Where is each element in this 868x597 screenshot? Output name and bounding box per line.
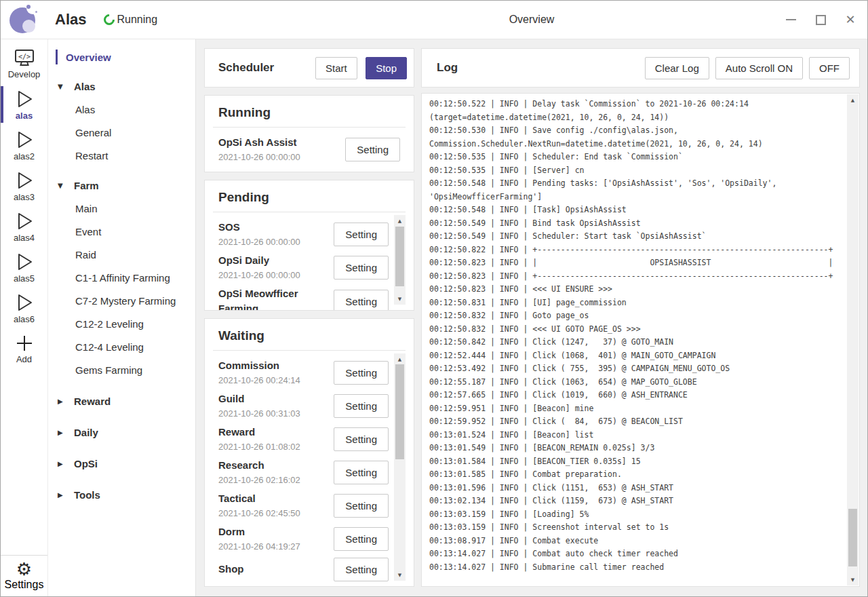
- task-name: OpSi Daily: [218, 253, 300, 268]
- nav-group-tools[interactable]: ▶ Tools: [48, 483, 195, 506]
- auto-scroll-on-button[interactable]: Auto Scroll ON: [715, 57, 803, 79]
- task-row: Tactical 2021-10-26 02:45:50 Setting: [218, 486, 389, 520]
- log-line: (target=datetime.datetime(2021, 10, 26, …: [429, 111, 846, 125]
- setting-button[interactable]: Setting: [334, 256, 389, 280]
- log-scrollbar[interactable]: ▲ ▼: [847, 94, 859, 585]
- instance-strip: </> Develop alas alas2: [1, 39, 48, 596]
- nav-group-alas[interactable]: ▼ Alas: [48, 75, 195, 98]
- window-title: Overview: [196, 1, 867, 39]
- instance-list: alas2 alas3 alas4 alas5: [1, 125, 48, 328]
- log-line: 00:13:01.585 | INFO | Combat preparation…: [429, 468, 846, 482]
- nav-item-alas[interactable]: Alas: [48, 98, 195, 121]
- log-line: 00:12:50.831 | INFO | [UI] page_commissi…: [429, 296, 846, 310]
- add-instance-button[interactable]: Add: [1, 328, 48, 369]
- waiting-scrollbar[interactable]: ▲ ▼: [394, 353, 406, 581]
- close-button[interactable]: ✕: [844, 14, 856, 26]
- scrollbar-thumb[interactable]: [848, 509, 857, 566]
- sidebar-item-settings[interactable]: ⚙ Settings: [1, 555, 47, 596]
- minimize-button[interactable]: [785, 14, 797, 26]
- log-line: 00:13:01.596 | INFO | Click (1151, 653) …: [429, 482, 846, 495]
- sidebar-item-instance[interactable]: alas4: [1, 206, 48, 247]
- task-next-run-time: 2021-10-26 04:19:27: [218, 540, 300, 553]
- sidebar-item-develop[interactable]: </> Develop: [1, 43, 48, 84]
- setting-button[interactable]: Setting: [334, 494, 389, 518]
- window-controls: ✕: [785, 1, 856, 39]
- log-line: 00:13:03.159 | INFO | Screenshot interva…: [429, 521, 846, 535]
- sidebar-item-instance[interactable]: alas5: [1, 247, 48, 288]
- task-row: SOS 2021-10-26 00:00:00 Setting: [218, 215, 389, 248]
- nav-group-daily[interactable]: ▶ Daily: [48, 421, 195, 444]
- maximize-button[interactable]: [814, 14, 827, 26]
- sidebar-item-instance[interactable]: alas6: [1, 288, 48, 328]
- log-line: 00:13:14.027 | INFO | Submarine call tim…: [429, 561, 846, 575]
- nav-item-general[interactable]: General: [48, 121, 195, 144]
- setting-button[interactable]: Setting: [345, 138, 400, 161]
- running-title: Running: [213, 104, 406, 128]
- nav-item-c7-2-mystery-farming[interactable]: C7-2 Mystery Farming: [48, 289, 195, 312]
- log-line: 00:13:01.584 | INFO | [BEACON_TIER 0.035…: [429, 455, 846, 469]
- setting-button[interactable]: Setting: [334, 558, 389, 581]
- waiting-title: Waiting: [213, 327, 406, 351]
- titlebar: Alas Running Overview ✕: [1, 1, 867, 39]
- log-line: 00:12:50.823 | INFO | <<< UI ENSURE >>>: [429, 283, 846, 296]
- log-panel: 00:12:50.522 | INFO | Delay task `Commis…: [421, 93, 860, 587]
- setting-button[interactable]: Setting: [334, 461, 389, 484]
- task-next-run-time: 2021-10-26 00:00:00: [218, 269, 300, 282]
- minimize-icon: [786, 19, 796, 20]
- nav-item-raid[interactable]: Raid: [48, 243, 195, 266]
- scrollbar-thumb[interactable]: [395, 364, 404, 459]
- nav-item-event[interactable]: Event: [48, 220, 195, 243]
- nav-item-restart[interactable]: Restart: [48, 144, 195, 167]
- nav-item-main[interactable]: Main: [48, 197, 195, 220]
- sidebar-item-alas[interactable]: alas: [1, 84, 48, 125]
- log-line: 00:13:03.159 | INFO | [Loading] 5%: [429, 508, 846, 522]
- scrollbar-down-icon[interactable]: ▼: [394, 294, 406, 304]
- nav-item-overview[interactable]: Overview: [48, 46, 195, 68]
- scrollbar-up-icon[interactable]: ▲: [394, 354, 406, 364]
- nav-group-farm[interactable]: ▼ Farm: [48, 174, 195, 197]
- maximize-icon: [816, 15, 826, 25]
- scheduler-title: Scheduler: [218, 61, 274, 75]
- task-next-run-time: 2021-10-26 02:16:02: [218, 474, 300, 486]
- setting-button[interactable]: Setting: [334, 223, 389, 246]
- play-icon: [13, 251, 36, 273]
- sidebar-item-label: alas: [16, 111, 33, 121]
- pending-title: Pending: [213, 189, 406, 212]
- nav-group-label: Farm: [74, 180, 99, 191]
- task-row: Dorm 2021-10-26 04:19:27 Setting: [218, 520, 389, 553]
- auto-scroll-off-button[interactable]: OFF: [809, 57, 850, 79]
- nav-item-c1-1-affinity-farming[interactable]: C1-1 Affinity Farming: [48, 266, 195, 289]
- setting-button[interactable]: Setting: [334, 527, 389, 551]
- scrollbar-down-icon[interactable]: ▼: [394, 570, 406, 580]
- clear-log-button[interactable]: Clear Log: [645, 57, 709, 79]
- nav-group-opsi[interactable]: ▶ OpSi: [48, 452, 195, 475]
- setting-button[interactable]: Setting: [334, 394, 389, 418]
- task-row: Commission 2021-10-26 00:24:14 Setting: [218, 353, 389, 387]
- start-button[interactable]: Start: [315, 57, 357, 79]
- play-icon: [13, 129, 36, 151]
- scrollbar-up-icon[interactable]: ▲: [847, 95, 859, 105]
- setting-button[interactable]: Setting: [334, 290, 389, 310]
- setting-button[interactable]: Setting: [334, 361, 389, 385]
- sidebar-item-instance[interactable]: alas3: [1, 166, 48, 206]
- log-line: 00:12:50.548 | INFO | Pending tasks: ['O…: [429, 177, 846, 191]
- nav-group-reward[interactable]: ▶ Reward: [48, 389, 195, 412]
- nav-item-c12-4-leveling[interactable]: C12-4 Leveling: [48, 335, 195, 358]
- pending-scrollbar[interactable]: ▲ ▼: [394, 215, 406, 305]
- log-line: 00:13:01.549 | INFO | [BEACON_REMAIN 0.0…: [429, 442, 846, 455]
- sidebar-item-label: alas2: [14, 151, 35, 161]
- sidebar-item-instance[interactable]: alas2: [1, 125, 48, 166]
- scrollbar-up-icon[interactable]: ▲: [394, 216, 406, 226]
- scrollbar-thumb[interactable]: [395, 227, 404, 286]
- log-line: 00:12:57.665 | INFO | Click (1019, 660) …: [429, 389, 846, 402]
- svg-text:</>: </>: [18, 53, 30, 60]
- nav-group-label: Tools: [74, 489, 100, 501]
- stop-button[interactable]: Stop: [366, 57, 407, 79]
- log-line: 00:13:14.027 | INFO | Combat auto check …: [429, 547, 846, 561]
- nav-item-c12-2-leveling[interactable]: C12-2 Leveling: [48, 312, 195, 335]
- scheduler-status: Running: [117, 14, 157, 26]
- setting-button[interactable]: Setting: [334, 427, 389, 451]
- sidebar-item-label: alas5: [14, 273, 35, 284]
- nav-item-gems-farming[interactable]: Gems Farming: [48, 358, 195, 381]
- scrollbar-down-icon[interactable]: ▼: [847, 575, 859, 585]
